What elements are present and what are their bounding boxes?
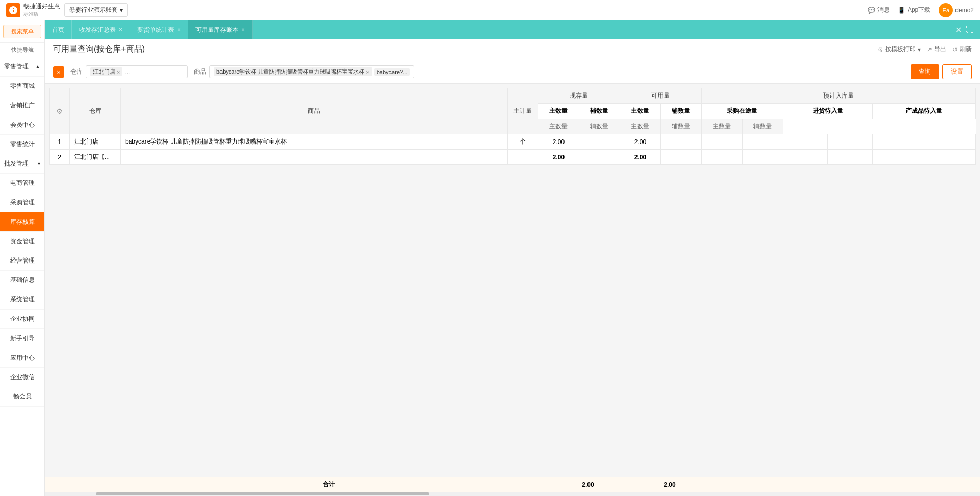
sidebar-item-ecommerce[interactable]: 电商管理 [0, 174, 44, 193]
sidebar-item-member-center[interactable]: 会员中心 [0, 115, 44, 135]
th-prod-main: 主数量 [701, 119, 742, 134]
th-forecast: 预计入库量 [701, 88, 975, 104]
sidebar-item-inventory[interactable]: 库存核算 [0, 212, 44, 232]
remove-product-tag1-icon[interactable]: × [366, 69, 369, 75]
sidebar-item-system-mgmt[interactable]: 系统管理 [0, 290, 44, 310]
row-2-pt-aux [742, 150, 783, 165]
row-1-unit: 个 [507, 134, 538, 150]
sidebar-item-enterprise-collab[interactable]: 企业协同 [0, 310, 44, 329]
export-btn[interactable]: ↗ 导出 [927, 45, 946, 54]
logo-area: 畅捷通好生意 标准版 [6, 2, 60, 18]
filter-more-icon[interactable]: ... [125, 68, 130, 76]
row-1-pt-main [701, 134, 742, 150]
th-incoming: 进货待入量 [783, 104, 872, 119]
close-tab-1-icon[interactable]: × [119, 26, 122, 33]
product-filter-label: 商品 [194, 67, 206, 76]
footer-label: 合计 [120, 480, 537, 489]
gear-settings-icon[interactable]: ⚙ [56, 107, 63, 115]
sidebar-item-retail-mgmt[interactable]: 零售管理 ▲ [0, 57, 44, 77]
product-filter-group: 商品 babycare学饮杯 儿童防摔防撞吸管杯重力球吸嘴杯宝宝水杯 × bab… [194, 65, 414, 78]
logo-sub: 标准版 [23, 11, 60, 18]
row-1-avail-main: 2.00 [620, 134, 660, 150]
industry-select[interactable]: 母婴行业演示账套 ▾ [64, 3, 128, 17]
refresh-btn[interactable]: ↺ 刷新 [952, 45, 972, 54]
export-icon: ↗ [927, 46, 932, 53]
row-2-inc-main [783, 150, 827, 165]
row-2-unit [507, 150, 538, 165]
sidebar-item-marketing[interactable]: 营销推广 [0, 96, 44, 115]
tab-home[interactable]: 首页 [45, 20, 72, 39]
warehouse-filter-input[interactable]: 江北门店 × ... [86, 65, 188, 78]
search-menu-btn[interactable]: 搜索菜单 [3, 25, 41, 38]
th-stock-aux: 辅数量 [579, 104, 620, 119]
sidebar-item-app-center[interactable]: 应用中心 [0, 348, 44, 368]
row-1-stock-aux [579, 134, 620, 150]
th-avail-main: 主数量 [620, 104, 660, 119]
scrollbar-area[interactable] [45, 492, 980, 496]
footer-stock-main: 2.00 [568, 481, 608, 488]
settings-btn[interactable]: 设置 [942, 64, 972, 79]
sidebar-item-enterprise-wechat[interactable]: 企业微信 [0, 368, 44, 387]
th-avail-aux: 辅数量 [660, 104, 701, 119]
remove-warehouse-tag-icon[interactable]: × [117, 69, 120, 75]
tab-bar: 首页 收发存汇总表 × 要货单统计表 × 可用量库存账本 × ✕ ⛶ [45, 20, 980, 39]
sidebar-item-retail-stats[interactable]: 零售统计 [0, 135, 44, 154]
tab-order-stats[interactable]: 要货单统计表 × [130, 20, 188, 39]
row-1-prod-aux [924, 134, 975, 150]
filter-expand-btn[interactable]: » [53, 66, 64, 78]
download-icon: 📱 [898, 7, 905, 14]
quick-nav-btn[interactable]: 快捷导航 [0, 43, 44, 57]
sidebar-item-retail-mall[interactable]: 零售商城 [0, 77, 44, 96]
user-menu[interactable]: Ea demo2 [939, 3, 974, 17]
refresh-icon: ↺ [952, 46, 958, 53]
data-table: ⚙ 仓库 商品 主计量 现存量 可用量 预计入库量 主数量 辅数量 [49, 88, 976, 165]
top-bar: 畅捷通好生意 标准版 母婴行业演示账套 ▾ 💬 消息 📱 App下载 Ea de… [0, 0, 980, 20]
print-btn[interactable]: 🖨 按模板打印 ▾ [877, 45, 921, 54]
close-tab-2-icon[interactable]: × [177, 26, 181, 33]
row-1-no: 1 [50, 134, 70, 150]
query-btn[interactable]: 查询 [911, 64, 939, 79]
tab-available-inventory[interactable]: 可用量库存账本 × [188, 20, 253, 39]
row-1-inc-aux [828, 134, 872, 150]
sidebar: 搜索菜单 快捷导航 零售管理 ▲ 零售商城 营销推广 会员中心 零售统计 批发管… [0, 20, 45, 496]
sidebar-item-member[interactable]: 畅会员 [0, 387, 44, 407]
row-1-stock-main: 2.00 [538, 134, 579, 150]
chevron-up-icon: ▲ [35, 64, 40, 69]
top-bar-left: 畅捷通好生意 标准版 母婴行业演示账套 ▾ [6, 2, 128, 18]
th-gear: ⚙ [50, 88, 70, 134]
product-tag-1: babycare学饮杯 儿童防摔防撞吸管杯重力球吸嘴杯宝宝水杯 × [214, 67, 372, 76]
page-header: 可用量查询(按仓库+商品) 🖨 按模板打印 ▾ ↗ 导出 ↺ 刷新 [45, 39, 980, 60]
close-tab-3-icon[interactable]: × [241, 26, 245, 33]
th-product-incoming: 产成品待入量 [872, 104, 975, 119]
tab-receivable-summary[interactable]: 收发存汇总表 × [72, 20, 130, 39]
sidebar-item-wholesale-mgmt[interactable]: 批发管理 ▾ [0, 154, 44, 174]
th-unit: 主计量 [507, 88, 538, 134]
sidebar-item-basic-info[interactable]: 基础信息 [0, 271, 44, 290]
table-header-row-1: ⚙ 仓库 商品 主计量 现存量 可用量 预计入库量 [50, 88, 976, 104]
message-btn[interactable]: 💬 消息 [868, 6, 890, 14]
th-warehouse: 仓库 [70, 88, 121, 134]
sidebar-item-purchase[interactable]: 采购管理 [0, 193, 44, 212]
filter-actions: 查询 设置 [911, 64, 972, 79]
sidebar-item-operations[interactable]: 经营管理 [0, 251, 44, 271]
row-2-prod-main [872, 150, 924, 165]
footer-avail-main: 2.00 [649, 481, 690, 488]
table-footer: 合计 2.00 2.00 [45, 477, 980, 492]
row-1-warehouse: 江北门店 [70, 134, 121, 150]
row-2-pt-main [701, 150, 742, 165]
sidebar-item-finance[interactable]: 资金管理 [0, 232, 44, 251]
row-1-pt-aux [742, 134, 783, 150]
page-content: 可用量查询(按仓库+商品) 🖨 按模板打印 ▾ ↗ 导出 ↺ 刷新 [45, 39, 980, 496]
download-btn[interactable]: 📱 App下载 [898, 6, 930, 14]
avatar: Ea [939, 3, 953, 17]
sidebar-item-new-guide[interactable]: 新手引导 [0, 329, 44, 348]
expand-window-icon[interactable]: ⛶ [966, 25, 974, 34]
th-prod-aux: 辅数量 [742, 119, 783, 134]
row-2-prod-aux [924, 150, 975, 165]
logo-text: 畅捷通好生意 [23, 2, 60, 11]
product-filter-input[interactable]: babycare学饮杯 儿童防摔防撞吸管杯重力球吸嘴杯宝宝水杯 × babyca… [209, 65, 414, 78]
table-row: 2 江北门店【... 2.00 2.00 [50, 150, 976, 165]
close-window-icon[interactable]: ✕ [955, 25, 962, 35]
th-stock-main: 主数量 [538, 104, 579, 119]
print-icon: 🖨 [877, 46, 883, 53]
